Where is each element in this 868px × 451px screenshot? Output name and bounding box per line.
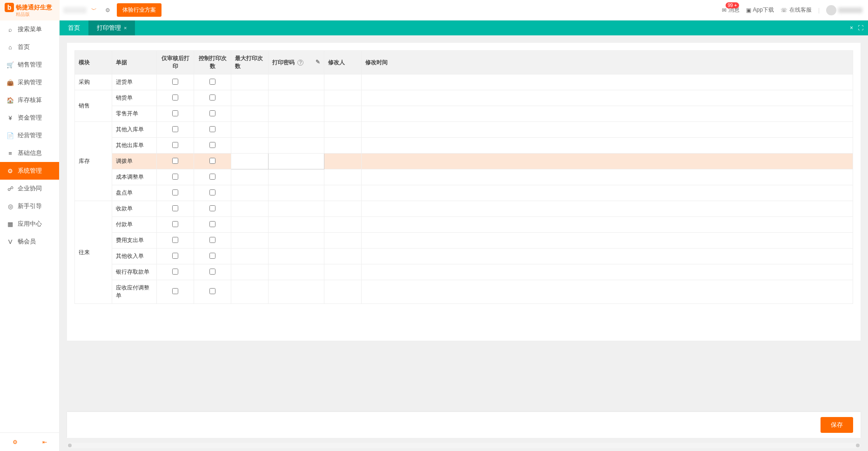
limit-count-checkbox[interactable]: [209, 205, 215, 211]
modifier-cell: [324, 233, 362, 249]
settings-icon[interactable]: ⚙: [105, 7, 110, 13]
content-area: 首页打印管理× × ⛶ 模块 单据: [60, 20, 868, 451]
sidebar-item-vip[interactable]: V畅会员: [0, 233, 59, 250]
limit-count-cell: [194, 74, 231, 90]
doc-cell: 销货单: [112, 90, 157, 106]
audit-only-checkbox[interactable]: [172, 126, 178, 132]
messages-button[interactable]: ✉ 99 + 消息: [722, 6, 740, 14]
audit-only-checkbox[interactable]: [172, 237, 178, 243]
limit-count-checkbox[interactable]: [209, 79, 215, 85]
limit-count-checkbox[interactable]: [209, 237, 215, 243]
limit-count-cell: [194, 185, 231, 201]
audit-only-checkbox[interactable]: [172, 205, 178, 211]
password-cell: [269, 74, 324, 90]
sidebar-item-label: 新手引导: [18, 202, 42, 210]
sidebar-item-system[interactable]: ⚙系统管理: [0, 162, 59, 180]
audit-only-checkbox[interactable]: [172, 158, 178, 164]
limit-count-checkbox[interactable]: [209, 142, 215, 148]
online-service-button[interactable]: ☏ 在线客服: [781, 6, 812, 14]
brand-logo[interactable]: b 畅捷通好生意 精品版: [0, 0, 60, 20]
chevron-down-icon: ﹀: [91, 6, 97, 14]
limit-count-cell: [194, 217, 231, 233]
sidebar-item-finance[interactable]: ¥资金管理: [0, 109, 59, 127]
modified-at-cell: [362, 201, 853, 217]
sidebar-item-home[interactable]: ⌂首页: [0, 38, 59, 56]
modified-at-cell: [362, 264, 853, 280]
company-selector[interactable]: ﹀: [63, 6, 101, 14]
password-cell[interactable]: [269, 154, 324, 169]
limit-count-checkbox[interactable]: [209, 126, 215, 132]
scroll-left-icon[interactable]: [68, 444, 72, 447]
max-count-cell: [231, 201, 269, 217]
sidebar-item-basedata[interactable]: ≡基础信息: [0, 144, 59, 162]
limit-count-checkbox[interactable]: [209, 174, 215, 180]
tab-close-all-icon[interactable]: ×: [850, 25, 853, 31]
max-count-cell[interactable]: [231, 154, 269, 169]
sidebar-item-search-menu[interactable]: ⌕搜索菜单: [0, 20, 59, 38]
tab-home[interactable]: 首页: [60, 20, 88, 35]
limit-count-checkbox[interactable]: [209, 269, 215, 275]
audit-only-checkbox[interactable]: [172, 110, 178, 116]
limit-count-cell: [194, 169, 231, 185]
app-download-button[interactable]: ▣ App下载: [746, 6, 774, 14]
audit-only-checkbox[interactable]: [172, 142, 178, 148]
sidebar-item-guide[interactable]: ◎新手引导: [0, 197, 59, 215]
limit-count-checkbox[interactable]: [209, 221, 215, 227]
sidebar-footer: ⚙ ⇤: [0, 432, 59, 451]
doc-cell: 应收应付调整单: [112, 280, 157, 304]
limit-count-checkbox[interactable]: [209, 288, 215, 294]
tab-label: 首页: [68, 24, 80, 32]
modifier-cell: [324, 249, 362, 264]
user-menu[interactable]: [826, 5, 862, 15]
sidebar-item-appcenter[interactable]: ▦应用中心: [0, 215, 59, 233]
tab-fullscreen-icon[interactable]: ⛶: [858, 25, 863, 31]
audit-only-checkbox[interactable]: [172, 253, 178, 259]
search-icon: ⌕: [7, 26, 14, 33]
sidebar-item-inventory[interactable]: 🏠库存核算: [0, 91, 59, 109]
save-button[interactable]: 保存: [821, 417, 853, 433]
modified-at-cell: [362, 122, 853, 138]
limit-count-checkbox[interactable]: [209, 158, 215, 164]
audit-only-checkbox[interactable]: [172, 189, 178, 195]
sidebar-item-purchase[interactable]: 👜采购管理: [0, 74, 59, 91]
modifier-cell: [324, 122, 362, 138]
scroll-right-icon[interactable]: [856, 444, 860, 447]
logo-icon: b: [5, 3, 14, 12]
audit-only-cell: [157, 249, 194, 264]
password-cell: [269, 138, 324, 154]
audit-only-checkbox[interactable]: [172, 221, 178, 227]
modified-at-cell: [362, 74, 853, 90]
sidebar-settings-icon[interactable]: ⚙: [13, 439, 18, 445]
edit-icon[interactable]: ✎: [316, 59, 320, 65]
audit-only-checkbox[interactable]: [172, 174, 178, 180]
tab-close-icon[interactable]: ×: [124, 25, 127, 31]
sidebar-item-sales[interactable]: 🛒销售管理: [0, 56, 59, 74]
limit-count-checkbox[interactable]: [209, 253, 215, 259]
horizontal-scrollbar[interactable]: [67, 443, 861, 448]
audit-only-checkbox[interactable]: [172, 288, 178, 294]
industry-plan-button[interactable]: 体验行业方案: [117, 3, 161, 17]
modifier-cell: [324, 138, 362, 154]
doc-cell: 付款单: [112, 217, 157, 233]
max-count-cell: [231, 90, 269, 106]
table-row: 销售销货单: [75, 90, 853, 106]
table-row: 银行存取款单: [75, 264, 853, 280]
audit-only-cell: [157, 138, 194, 154]
col-modifier: 修改人: [324, 51, 362, 74]
help-icon[interactable]: ?: [297, 60, 303, 66]
tab-print-mgmt[interactable]: 打印管理×: [88, 20, 135, 35]
modified-at-cell: [362, 106, 853, 122]
limit-count-checkbox[interactable]: [209, 94, 215, 101]
sidebar-item-operation[interactable]: 📄经营管理: [0, 127, 59, 144]
limit-count-checkbox[interactable]: [209, 110, 215, 116]
password-cell: [269, 185, 324, 201]
sidebar-item-collab[interactable]: ☍企业协同: [0, 180, 59, 197]
audit-only-checkbox[interactable]: [172, 79, 178, 85]
audit-only-checkbox[interactable]: [172, 94, 178, 101]
sidebar-item-label: 系统管理: [18, 167, 42, 175]
sidebar-collapse-icon[interactable]: ⇤: [42, 439, 47, 445]
limit-count-checkbox[interactable]: [209, 189, 215, 195]
doc-cell: 盘点单: [112, 185, 157, 201]
app-download-label: App下载: [753, 6, 774, 14]
audit-only-checkbox[interactable]: [172, 269, 178, 275]
